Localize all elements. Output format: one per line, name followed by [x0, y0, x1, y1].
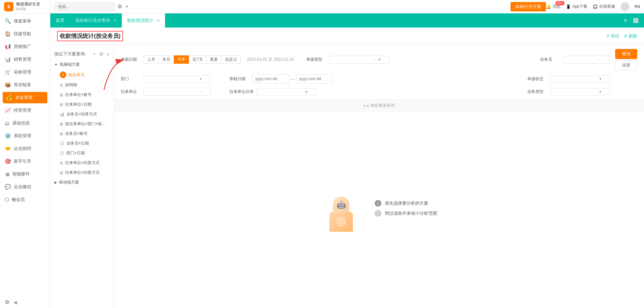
refresh-btn[interactable]: ↺ 刷新 [624, 33, 637, 39]
date-tab-more[interactable]: 更多 [206, 55, 221, 64]
sidebar-item-quick-nav[interactable]: 🏠 快捷导航 [0, 28, 50, 40]
query-btn[interactable]: 查询 [615, 49, 637, 59]
collapse-bar[interactable]: ∧∧ 收起更多条件 [114, 100, 644, 111]
sidebar-item-hardware[interactable]: 🖥 智能硬件 [0, 168, 50, 181]
collapse-label: 收起更多条件 [371, 103, 395, 108]
doc-type-select[interactable]: ··· ▼ [329, 56, 389, 64]
header-search-input[interactable] [54, 2, 115, 11]
scheme-settings-btn[interactable]: ⚙ [99, 51, 104, 57]
counterpart-select[interactable]: ··· [144, 88, 211, 96]
trial-btn[interactable]: 体验行业方案 [511, 2, 546, 11]
sidebar-item-label: 系统管理 [14, 133, 31, 139]
header-right: 🔔 消息 99+ 📱 App下载 🎧 在线客服 Rit [546, 2, 640, 11]
sidebar-item-wechat[interactable]: 💬 企业微信 [0, 181, 50, 193]
empty-illustration: 🤖 [321, 188, 361, 232]
salesperson-select[interactable]: ··· [563, 56, 610, 64]
tab-receipt[interactable]: 收款情况统计 ✕ [122, 13, 165, 28]
page-title: 收款情况统计(按业务员) [57, 31, 123, 41]
scheme-label: 往来单位+结算方式 [65, 160, 100, 166]
counterpart-cat-select[interactable]: ▼ [256, 88, 317, 95]
setting-btn[interactable]: 设置 [615, 60, 637, 70]
tab-close-receipt[interactable]: ✕ [157, 18, 160, 23]
tab-close-bank[interactable]: ✕ [113, 18, 116, 23]
sidebar-nav: 🔍 搜索菜单 🏠 快捷导航 📢 营销推广 📊 销售管理 🛒 采购管理 📦 库存核… [0, 13, 50, 296]
logo-icon: 6 [4, 2, 13, 11]
review-date-start[interactable] [252, 74, 289, 84]
dept-caret: ▼ [199, 77, 202, 81]
app-download-btn[interactable]: 📱 App下载 [566, 4, 587, 9]
sidebar-item-search-menu[interactable]: 🔍 搜索菜单 [0, 15, 50, 28]
date-filter-label: 单据日期 [121, 57, 141, 62]
sidebar-item-label: 库存核算 [14, 82, 31, 88]
export-label: 导出 [611, 33, 620, 39]
dept-select[interactable]: ▼ [144, 75, 211, 83]
scheme-label: 往来单位+日期 [65, 102, 92, 107]
sidebar-item-purchase[interactable]: 🛒 采购管理 [0, 66, 50, 79]
operation-icon: 📈 [5, 107, 11, 113]
dropdown-arrow-icon[interactable]: ▼ [125, 4, 129, 9]
messages-btn[interactable]: 🔔 消息 99+ [546, 4, 560, 9]
scheme-unit-account[interactable]: ▦ 往来单位+账号 [56, 90, 114, 100]
page-actions: ↗ 导出 ↺ 刷新 [606, 33, 637, 39]
receipt-tab-label: 收款情况统计 [127, 17, 153, 23]
pc-scheme-list: ● 按业务员 ⊞ 按明细 ▦ 往来单位+账号 ▦ 往来单位+日期 📊 业务 [50, 69, 114, 177]
grid-icon: ⊞ [60, 161, 63, 165]
sidebar-item-system[interactable]: ⚙️ 系统管理 [0, 130, 50, 142]
tab-home[interactable]: 首页 [50, 13, 70, 28]
tab-bank[interactable]: 现金银行流水查询 ✕ [70, 13, 122, 28]
business-type-select[interactable]: ▼ [550, 88, 610, 95]
date-tab-last7[interactable]: 近7天 [189, 55, 206, 64]
tree-group-pc[interactable]: ▼ 电脑端方案 [50, 60, 114, 69]
scheme-salesperson-date[interactable]: 🕐 业务员+日期 [56, 139, 114, 148]
salesperson-active-icon: ● [60, 71, 66, 78]
collapse-panel-btn[interactable]: « [106, 51, 110, 57]
left-panel: 按以下方案查询 ＋ ⚙ « [50, 45, 114, 308]
maximize-window-icon[interactable]: ⬜ [632, 16, 640, 24]
export-btn[interactable]: ↗ 导出 [606, 33, 620, 39]
header-gear-icon[interactable]: ⚙ [117, 3, 122, 10]
sidebar-item-member[interactable]: ⬡ 畅会员 [0, 193, 50, 206]
doc-status-select[interactable]: ▼ [550, 75, 610, 83]
doc-status-label: 单据状态 [527, 76, 547, 82]
scheme-unit-dept[interactable]: ▦ 按往来单位+部门+收... [56, 119, 114, 129]
scheme-unit-payment1[interactable]: ⊞ 往来单位+结算方式 [56, 158, 114, 168]
scheme-salesperson-payment[interactable]: 📊 业务员+结算方式 [56, 109, 114, 119]
online-service-btn[interactable]: 🎧 在线客服 [593, 4, 615, 9]
scheme-by-detail[interactable]: ⊞ 按明细 [56, 80, 114, 90]
collapse-sidebar-icon[interactable]: ◀︎ [13, 300, 17, 305]
date-tab-this-year[interactable]: 本年 [174, 55, 189, 64]
tree-group-mobile[interactable]: ▶ 移动端方案 [50, 177, 114, 187]
settings-icon[interactable]: ⚙ [5, 299, 9, 305]
member-icon: ⬡ [5, 197, 9, 203]
review-date-end[interactable] [296, 74, 333, 84]
date-tab-last-month[interactable]: 上月 [144, 55, 159, 64]
scheme-by-salesperson[interactable]: ● 按业务员 [56, 69, 114, 80]
filter-area: 单据日期 上月 本月 本年 近7天 更多 自定义 2023-01-01 至 20… [114, 45, 644, 100]
date-tab-this-month[interactable]: 本月 [159, 55, 174, 64]
counterpart-label: 往来单位 [121, 89, 141, 95]
refresh-label: 刷新 [629, 33, 637, 39]
scheme-unit-date[interactable]: ▦ 往来单位+日期 [56, 100, 114, 109]
sidebar-item-basic[interactable]: 🗂 基础信息 [0, 117, 50, 130]
sidebar-item-guide[interactable]: 🎯 新手引导 [0, 155, 50, 168]
sidebar-item-sales[interactable]: 📊 销售管理 [0, 53, 50, 66]
sidebar-item-label: 营销推广 [14, 44, 31, 50]
sidebar-item-enterprise[interactable]: 🤝 企业协同 [0, 142, 50, 155]
add-scheme-btn[interactable]: ＋ [91, 50, 97, 58]
date-dash: — [290, 76, 295, 82]
sidebar-item-marketing[interactable]: 📢 营销推广 [0, 40, 50, 53]
close-window-icon[interactable]: ✕ [622, 16, 629, 24]
sidebar-item-operation[interactable]: 📈 经营管理 [0, 104, 50, 117]
sidebar-item-warehouse[interactable]: 📦 库存核算 [0, 79, 50, 91]
scheme-label: 往来单位+账号 [65, 92, 92, 98]
bank-tab-label: 现金银行流水查询 [75, 17, 110, 23]
avatar[interactable] [621, 2, 629, 11]
export-icon: ↗ [606, 34, 609, 39]
scheme-salesperson-account[interactable]: ▦ 业务员+账号 [56, 129, 114, 139]
doc-type-caret: ▼ [378, 58, 381, 61]
scheme-dept-date[interactable]: 🕐 部门+日期 [56, 148, 114, 158]
sidebar-item-label: 采购管理 [14, 69, 31, 75]
date-tab-custom[interactable]: 自定义 [221, 55, 241, 64]
sidebar-item-finance[interactable]: 💰 资金管理 [3, 92, 47, 103]
scheme-unit-payment2[interactable]: ▦ 往来单位+结算方式 [56, 168, 114, 177]
